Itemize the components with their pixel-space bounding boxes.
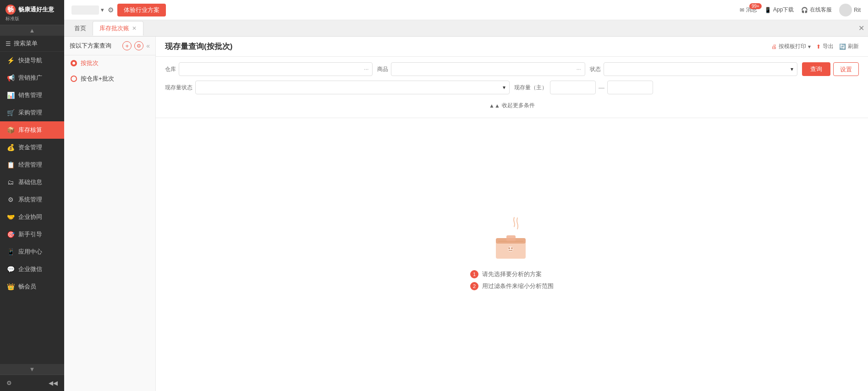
sidebar-item-label: 资金管理	[18, 143, 42, 152]
hint-text-2: 用过滤条件来缩小分析范围	[482, 282, 554, 290]
apps-icon: 📱	[6, 248, 15, 256]
sidebar-header: 畅 畅康通好生意 标准版	[0, 0, 64, 25]
username-label: Rit	[854, 7, 861, 13]
settings-icon[interactable]: ⚙	[108, 6, 114, 14]
logo-icon: 畅	[5, 5, 16, 15]
sidebar-item-member[interactable]: 👑 畅会员	[0, 278, 64, 295]
filter-row-2: 现存量状态 ▾ 现存量（主） —	[165, 81, 859, 94]
online-service-btn[interactable]: 🎧 在线客服	[801, 6, 832, 14]
export-btn[interactable]: ⬆ 导出	[816, 43, 834, 50]
sales-icon: 📊	[6, 91, 15, 99]
svg-point-6	[511, 248, 513, 249]
stock-qty-filter-group: 现存量（主） —	[514, 81, 859, 94]
sidebar: 畅 畅康通好生意 标准版 ▲ ☰ 搜索菜单 ⚡ 快捷导航 📢 营销推广 📊 销售…	[0, 0, 64, 391]
svg-rect-2	[506, 235, 516, 242]
refresh-btn[interactable]: 🔄 刷新	[839, 43, 859, 50]
user-avatar-area[interactable]: Rit	[839, 4, 861, 16]
empty-hint-1: 1 请先选择要分析的方案	[470, 270, 554, 278]
export-label: 导出	[823, 43, 834, 50]
sidebar-item-label: 新手引导	[18, 230, 42, 239]
chevron-down-icon: ▾	[791, 66, 793, 72]
add-scheme-btn[interactable]: +	[122, 41, 132, 50]
print-icon: 🖨	[771, 43, 777, 50]
sidebar-item-label: 销售管理	[18, 91, 42, 99]
scroll-up-btn[interactable]: ▲	[0, 25, 64, 36]
message-icon: ✉	[740, 7, 744, 13]
svg-point-5	[509, 248, 510, 249]
sidebar-item-operations[interactable]: 📋 经营管理	[0, 156, 64, 174]
goods-input-wrapper: ···	[391, 62, 585, 76]
dropdown-text	[71, 5, 99, 15]
settings-btn[interactable]: 设置	[833, 62, 859, 76]
scroll-down-btn[interactable]: ▼	[0, 364, 64, 375]
sidebar-item-newbie[interactable]: 🎯 新手引导	[0, 226, 64, 243]
left-panel: 按以下方案查询 + ⚙ « 按批次 按仓库+批次	[64, 37, 156, 391]
goods-input[interactable]	[391, 62, 572, 76]
goods-filter-group: 商品 ···	[377, 62, 585, 76]
sidebar-search[interactable]: ☰ 搜索菜单	[0, 36, 64, 52]
status-select[interactable]: ▾	[604, 62, 797, 76]
sidebar-item-label: 经营管理	[18, 161, 42, 169]
content-area: 按以下方案查询 + ⚙ « 按批次 按仓库+批次	[64, 37, 868, 391]
topbar-dropdown[interactable]: ▾	[71, 5, 104, 15]
sidebar-item-sales[interactable]: 📊 销售管理	[0, 87, 64, 104]
sidebar-item-basic[interactable]: 🗂 基础信息	[0, 174, 64, 191]
collapse-filters-row[interactable]: ▲▲ 收起更多条件	[165, 99, 859, 112]
sidebar-item-label: 应用中心	[18, 248, 42, 256]
print-template-label: 按模板打印	[779, 43, 806, 50]
tab-inventory-batch[interactable]: 库存批次账 ✕	[93, 21, 143, 36]
collapse-left-icon[interactable]: «	[146, 42, 150, 49]
app-download-btn[interactable]: 📱 App下载	[764, 6, 794, 14]
collapse-sidebar-btn[interactable]: ◀◀	[49, 380, 58, 386]
warehouse-filter-group: 仓库 ···	[165, 62, 373, 76]
sidebar-item-collab[interactable]: 🤝 企业协同	[0, 208, 64, 226]
warehouse-input[interactable]	[179, 62, 360, 76]
scheme-item-by-batch[interactable]: 按批次	[64, 55, 155, 71]
scheme-settings-btn[interactable]: ⚙	[134, 41, 143, 50]
stock-status-label: 现存量状态	[165, 84, 192, 92]
sidebar-item-wechat[interactable]: 💬 企业微信	[0, 261, 64, 278]
warehouse-more-btn[interactable]: ···	[360, 66, 372, 72]
goods-more-btn[interactable]: ···	[573, 66, 585, 72]
basic-icon: 🗂	[6, 178, 15, 186]
sidebar-item-apps[interactable]: 📱 应用中心	[0, 243, 64, 261]
operations-icon: 📋	[6, 161, 15, 169]
stock-qty-min-input[interactable]	[550, 81, 596, 94]
panel-close-btn[interactable]: ✕	[858, 24, 864, 33]
topbar-right: ✉ 消息 99+ 📱 App下载 🎧 在线客服 Rit	[740, 4, 861, 16]
sidebar-item-label: 畅会员	[18, 282, 36, 291]
goods-label: 商品	[377, 65, 388, 73]
sidebar-item-purchase[interactable]: 🛒 采购管理	[0, 104, 64, 121]
tabs-bar: 首页 库存批次账 ✕ ✕	[64, 20, 868, 37]
sidebar-item-system[interactable]: ⚙ 系统管理	[0, 191, 64, 208]
query-btn[interactable]: 查询	[802, 62, 830, 76]
quick-nav-icon: ⚡	[6, 56, 15, 65]
print-chevron-icon[interactable]: ▾	[808, 43, 811, 50]
tab-home-label: 首页	[74, 24, 86, 33]
hint-text-1: 请先选择要分析的方案	[482, 270, 542, 278]
sidebar-item-label: 企业微信	[18, 265, 42, 273]
right-panel: 现存量查询(按批次) 🖨 按模板打印 ▾ ⬆ 导出 🔄 刷新	[156, 37, 868, 391]
sidebar-item-marketing[interactable]: 📢 营销推广	[0, 69, 64, 87]
settings-footer-btn[interactable]: ⚙	[6, 380, 12, 386]
stock-status-filter-group: 现存量状态 ▾	[165, 81, 510, 94]
print-template-btn[interactable]: 🖨 按模板打印 ▾	[771, 43, 811, 50]
filter-row-1: 仓库 ··· 商品 ···	[165, 62, 859, 76]
app-download-icon: 📱	[764, 7, 771, 13]
tab-close-icon[interactable]: ✕	[132, 25, 137, 32]
empty-illustration	[489, 215, 535, 261]
empty-hints: 1 请先选择要分析的方案 2 用过滤条件来缩小分析范围	[470, 270, 554, 294]
trial-industry-btn[interactable]: 体验行业方案	[117, 4, 166, 16]
sidebar-item-finance[interactable]: 💰 资金管理	[0, 139, 64, 156]
scheme-item-by-warehouse-batch[interactable]: 按仓库+批次	[64, 71, 155, 87]
chevron-down-icon: ▾	[101, 6, 104, 13]
messages-btn[interactable]: ✉ 消息 99+	[740, 6, 757, 14]
left-panel-actions: + ⚙ «	[122, 41, 150, 50]
sidebar-item-quick-nav[interactable]: ⚡ 快捷导航	[0, 52, 64, 69]
scheme-label: 按仓库+批次	[81, 75, 114, 83]
stock-status-select[interactable]: ▾	[195, 81, 510, 94]
sidebar-item-inventory[interactable]: 📦 库存核算	[0, 121, 64, 139]
member-icon: 👑	[6, 282, 15, 291]
tab-home[interactable]: 首页	[68, 22, 93, 35]
stock-qty-max-input[interactable]	[607, 81, 653, 94]
